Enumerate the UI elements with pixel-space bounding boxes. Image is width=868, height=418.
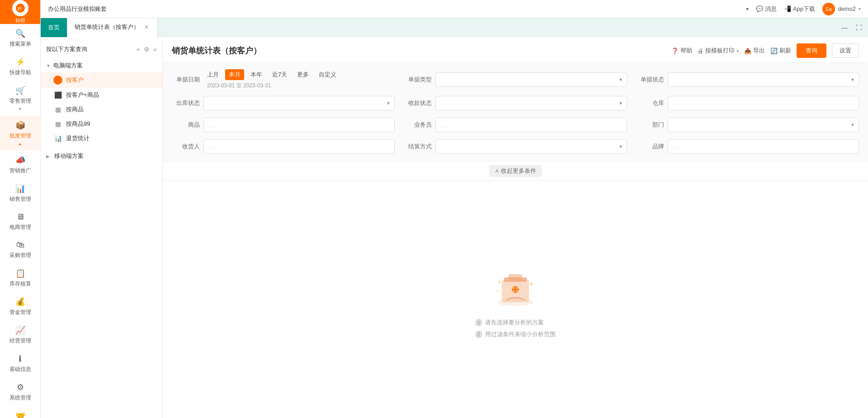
wholesale-icon: 📦: [15, 120, 25, 130]
page-header: 销货单统计表（按客户） ❓ 帮助 🖨 按模板打印 ▾ 📤 导出: [163, 37, 868, 63]
out-status-label: 出库状态: [172, 99, 203, 107]
return-stat-icon: 📊: [53, 135, 62, 142]
retail-icon: 🛒: [15, 86, 25, 95]
sidebar-item-wholesale[interactable]: 📦 批发管理 ▲: [0, 116, 41, 151]
doc-type-input[interactable]: ▾: [435, 72, 627, 87]
marketing-icon: 📣: [15, 155, 25, 165]
mobile-scheme-group: ▶ 移动端方案: [41, 147, 162, 165]
by-product-99-icon: ▦: [53, 120, 62, 128]
basic-icon: ℹ: [19, 354, 22, 364]
sidebar-item-search[interactable]: 🔍 搜索菜单: [0, 24, 41, 52]
filter-doc-status: 单据状态 ▾: [636, 71, 859, 88]
sidebar-item-purchase[interactable]: 🛍 采购管理: [0, 236, 41, 264]
date-option-more[interactable]: 更多: [293, 69, 312, 80]
sidebar-item-system[interactable]: ⚙ 系统管理: [0, 378, 41, 406]
maximize-btn[interactable]: ⛶: [854, 22, 864, 33]
product-input[interactable]: ...: [203, 118, 395, 132]
empty-text-list: 1 请先选择要分析的方案 2 用过滤条件来缩小分析范围: [475, 318, 556, 342]
sales-mgmt-icon: 📊: [15, 184, 25, 194]
finance-icon: 💰: [15, 297, 25, 307]
export-btn[interactable]: 📤 导出: [744, 47, 765, 55]
print-btn[interactable]: 🖨 按模板打印 ▾: [698, 47, 739, 55]
scheme-item-by-product-99[interactable]: ▦ 按商品99: [41, 117, 162, 131]
collapse-panel-btn[interactable]: «: [153, 46, 157, 53]
department-label: 部门: [636, 121, 668, 129]
sidebar-item-collab[interactable]: 🤝 企业协同: [0, 406, 41, 418]
sidebar-item-ecommerce[interactable]: 🖥 电商管理: [0, 208, 41, 236]
svg-point-9: [498, 280, 501, 283]
settings-scheme-btn[interactable]: ⚙: [144, 46, 150, 53]
by-customer-product-icon: ⬛: [53, 91, 62, 99]
svg-text:好: 好: [18, 6, 22, 11]
date-option-last-month[interactable]: 上月: [203, 69, 222, 80]
print-icon: 🖨: [698, 48, 703, 54]
tab-home[interactable]: 首页: [41, 18, 67, 37]
date-option-this-month[interactable]: 本月: [225, 69, 244, 80]
panel-title: 按以下方案查询: [46, 45, 133, 53]
app-logo[interactable]: 好 标橙: [0, 0, 41, 24]
date-range: 2023-03-01 至 2023-03-31: [207, 82, 340, 90]
ecommerce-icon: 🖥: [16, 212, 24, 222]
filter-row-4: 收货人 ... 结算方式 ▾ 品牌: [172, 138, 859, 155]
page-title: 销货单统计表（按客户）: [172, 45, 261, 56]
help-btn[interactable]: ❓ 帮助: [671, 47, 692, 55]
user-menu[interactable]: Ea demo2 ▾: [822, 3, 861, 15]
date-option-custom[interactable]: 自定义: [315, 69, 340, 80]
sidebar-item-marketing[interactable]: 📣 营销推广: [0, 151, 41, 179]
settings-button[interactable]: 设置: [832, 43, 859, 58]
warehouse-input[interactable]: ...: [668, 96, 859, 110]
sidebar-item-finance[interactable]: 💰 资金管理: [0, 292, 41, 321]
filter-warehouse: 仓库 ...: [636, 95, 859, 111]
out-status-input[interactable]: ▾: [203, 96, 395, 110]
scheme-item-by-product[interactable]: ▦ 按商品: [41, 102, 162, 117]
add-scheme-btn[interactable]: +: [137, 46, 140, 53]
date-option-7days[interactable]: 近7天: [269, 69, 291, 80]
department-input[interactable]: ▾: [668, 118, 859, 132]
filter-collection-status: 收款状态 ▾: [404, 95, 627, 111]
settlement-input[interactable]: ▾: [435, 139, 627, 154]
avatar: Ea: [822, 3, 835, 15]
consignee-label: 收货人: [172, 142, 203, 151]
sidebar: 好 标橙 🔍 搜索菜单 ⚡ 快捷导航 🛒 零售管理 ▼ 📦 批发管理 ▲ 📣 营…: [0, 0, 41, 418]
topbar: 办公用品行业模拟账套 ▾ 💬 消息 📲 App下载 Ea demo2 ▾: [41, 0, 868, 18]
app-download-btn[interactable]: 📲 App下载: [784, 5, 815, 13]
sidebar-item-inventory[interactable]: 📋 库存核算: [0, 264, 41, 292]
purchase-icon: 🛍: [16, 240, 24, 250]
date-option-this-year[interactable]: 本年: [247, 69, 266, 80]
sidebar-item-shortcut[interactable]: ⚡ 快捷导航: [0, 52, 41, 81]
mobile-group-title[interactable]: ▶ 移动端方案: [41, 149, 162, 163]
brand-input[interactable]: ...: [668, 139, 859, 154]
svg-rect-5: [509, 274, 522, 280]
filter-out-status: 出库状态 ▾: [172, 95, 395, 111]
scheme-item-by-customer-product[interactable]: ⬛ 按客户+商品: [41, 88, 162, 102]
tab-close-btn[interactable]: ✕: [143, 24, 150, 31]
query-button[interactable]: 查询: [797, 43, 826, 58]
collapse-btn[interactable]: ∧ 收起更多条件: [489, 165, 542, 177]
shortcut-icon: ⚡: [15, 57, 25, 67]
filter-department: 部门 ▾: [636, 117, 859, 133]
topbar-dropdown[interactable]: ▾: [746, 6, 749, 12]
scheme-item-return-stat[interactable]: 📊 退货统计: [41, 131, 162, 146]
sidebar-item-sales-mgmt[interactable]: 📊 销售管理: [0, 179, 41, 208]
salesperson-label: 业务员: [404, 121, 435, 129]
system-icon: ⚙: [17, 382, 24, 392]
scheme-item-by-customer[interactable]: 按客户: [41, 72, 162, 88]
salesperson-input[interactable]: ...: [435, 118, 627, 132]
topbar-actions: 💬 消息 📲 App下载 Ea demo2 ▾: [756, 3, 861, 15]
help-icon: ❓: [671, 48, 679, 54]
doc-status-input[interactable]: ▾: [668, 72, 859, 87]
sidebar-item-basic[interactable]: ℹ 基础信息: [0, 349, 41, 378]
sidebar-item-retail[interactable]: 🛒 零售管理 ▼: [0, 81, 41, 116]
date-label: 单据日期: [172, 76, 203, 84]
minimize-btn[interactable]: —: [839, 22, 850, 33]
tab-sales-stat[interactable]: 销货单统计表（按客户） ✕: [67, 18, 158, 37]
message-btn[interactable]: 💬 消息: [756, 5, 777, 13]
pc-group-arrow: ▼: [46, 63, 51, 68]
refresh-btn[interactable]: 🔄 刷新: [770, 47, 791, 55]
consignee-input[interactable]: ...: [203, 139, 395, 154]
sidebar-item-operations[interactable]: 📈 经营管理: [0, 321, 41, 349]
doc-type-label: 单据类型: [404, 76, 435, 84]
pc-group-title[interactable]: ▼ 电脑端方案: [41, 59, 162, 72]
left-panel: 按以下方案查询 + ⚙ « ▼ 电脑端方案 按客户 ⬛ 按客户+商品: [41, 37, 163, 418]
collection-status-input[interactable]: ▾: [435, 96, 627, 110]
